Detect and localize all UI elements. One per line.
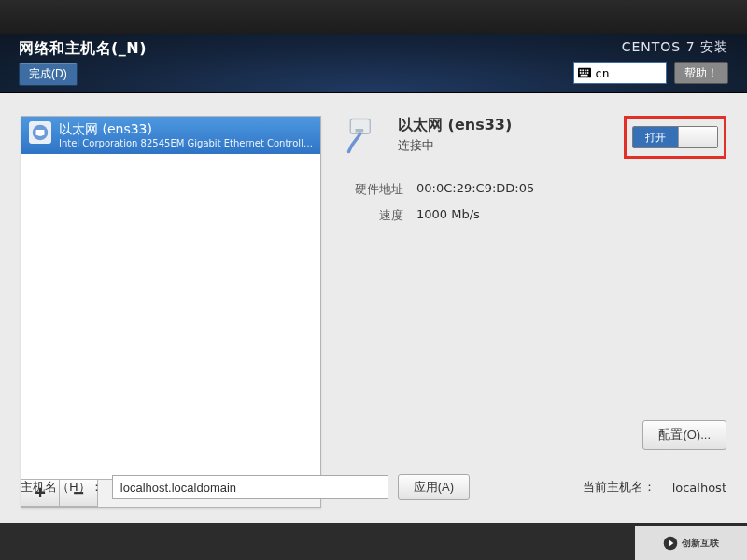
interface-title: 以太网 (ens33) bbox=[398, 116, 512, 135]
current-hostname-value: localhost bbox=[672, 481, 726, 495]
interface-list: 以太网 (ens33) Intel Corporation 82545EM Gi… bbox=[21, 117, 320, 479]
svg-rect-2 bbox=[582, 70, 584, 72]
toggle-on-label: 打开 bbox=[633, 127, 678, 147]
svg-rect-6 bbox=[582, 72, 584, 74]
watermark: 创新互联 bbox=[635, 526, 747, 560]
apply-hostname-button[interactable]: 应用(A) bbox=[398, 474, 470, 500]
main-area: 以太网 (ens33) Intel Corporation 82545EM Gi… bbox=[0, 93, 747, 523]
svg-rect-8 bbox=[587, 72, 589, 74]
highlight-box: 打开 bbox=[624, 116, 726, 159]
ethernet-icon bbox=[29, 121, 51, 144]
svg-rect-9 bbox=[581, 75, 588, 77]
interface-list-item[interactable]: 以太网 (ens33) Intel Corporation 82545EM Gi… bbox=[21, 117, 320, 154]
detail-value-mac: 00:0C:29:C9:DD:05 bbox=[416, 181, 534, 198]
interface-status: 连接中 bbox=[398, 137, 512, 154]
keyboard-icon bbox=[578, 67, 591, 78]
page-title: 网络和主机名(_N) bbox=[19, 39, 147, 59]
interface-detail-panel: 以太网 (ens33) 连接中 打开 硬件地址 00:0C:29:C9:DD:0… bbox=[345, 116, 726, 233]
detail-label-speed: 速度 bbox=[345, 207, 403, 224]
ethernet-large-icon bbox=[345, 116, 385, 155]
detail-value-speed: 1000 Mb/s bbox=[416, 207, 480, 224]
configure-button[interactable]: 配置(O)... bbox=[642, 420, 726, 450]
interface-item-name: 以太网 (ens33) bbox=[59, 121, 313, 138]
detail-label-mac: 硬件地址 bbox=[345, 181, 403, 198]
interface-item-sub: Intel Corporation 82545EM Gigabit Ethern… bbox=[59, 138, 313, 148]
done-button[interactable]: 完成(D) bbox=[19, 63, 78, 86]
svg-rect-14 bbox=[356, 129, 364, 133]
distro-label: CENTOS 7 安装 bbox=[573, 39, 728, 56]
svg-rect-1 bbox=[580, 70, 582, 72]
help-button[interactable]: 帮助！ bbox=[674, 62, 728, 84]
connection-toggle[interactable]: 打开 bbox=[632, 126, 718, 148]
svg-rect-3 bbox=[585, 70, 586, 72]
current-hostname-label: 当前主机名： bbox=[583, 479, 655, 496]
toggle-knob bbox=[678, 127, 717, 147]
keyboard-indicator[interactable]: cn bbox=[573, 62, 667, 84]
hostname-label: 主机名（H）： bbox=[21, 479, 103, 496]
svg-rect-7 bbox=[585, 72, 586, 74]
installer-header: 网络和主机名(_N) 完成(D) CENTOS 7 安装 cn 帮助！ bbox=[0, 34, 747, 93]
detail-row: 硬件地址 00:0C:29:C9:DD:05 bbox=[345, 181, 726, 198]
gnome-top-bar bbox=[0, 0, 747, 34]
hostname-input[interactable] bbox=[112, 475, 388, 499]
detail-row: 速度 1000 Mb/s bbox=[345, 207, 726, 224]
keyboard-layout-text: cn bbox=[595, 66, 610, 80]
svg-rect-5 bbox=[580, 72, 582, 74]
interface-details: 硬件地址 00:0C:29:C9:DD:05 速度 1000 Mb/s bbox=[345, 181, 726, 224]
interface-list-panel: 以太网 (ens33) Intel Corporation 82545EM Gi… bbox=[21, 116, 321, 508]
svg-rect-12 bbox=[38, 134, 43, 136]
svg-rect-4 bbox=[587, 70, 589, 72]
